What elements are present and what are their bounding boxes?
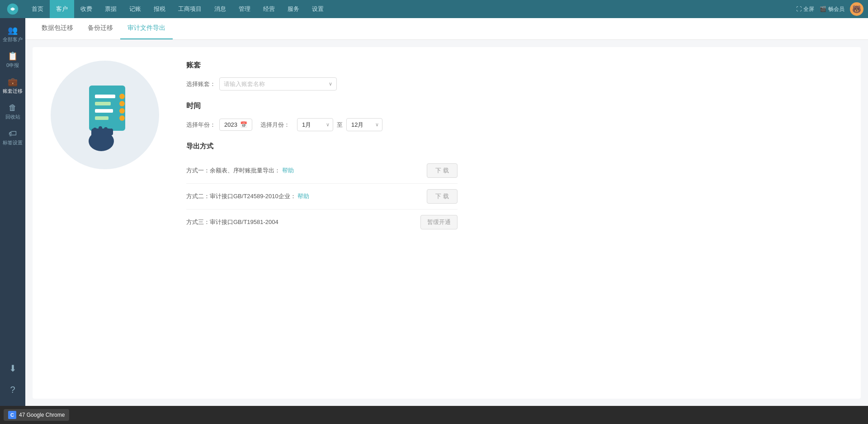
- nav-item-commerce[interactable]: 工商项目: [172, 0, 208, 18]
- sidebar: 👥 全部客户 📋 0申报 💼 账套迁移 🗑 回收站 🏷 标签设置 ⬇ ?: [0, 18, 25, 406]
- month-start-label: 选择月份：: [260, 121, 290, 129]
- tab-audit-export[interactable]: 审计文件导出: [120, 18, 173, 39]
- export-method-1-text: 方式一：余额表、序时账批量导出： 帮助: [186, 167, 294, 175]
- nav-items: 首页 客户 收费 票据 记账 报税 工商项目 消息 管理 经营 服务 设置: [25, 0, 796, 18]
- nav-item-operations[interactable]: 经营: [257, 0, 281, 18]
- download-button-1[interactable]: 下 载: [427, 163, 458, 178]
- svg-rect-15: [109, 129, 113, 135]
- account-select-wrapper: 请输入账套名称: [219, 77, 337, 91]
- svg-rect-14: [104, 127, 108, 135]
- svg-rect-5: [95, 116, 108, 120]
- sidebar-item-migration[interactable]: 💼 账套迁移: [0, 73, 25, 99]
- sidebar-item-tag-settings[interactable]: 🏷 标签设置: [0, 125, 25, 151]
- account-select-label: 选择账套：: [186, 80, 216, 88]
- migration-label: 账套迁移: [3, 88, 23, 95]
- main-layout: 👥 全部客户 📋 0申报 💼 账套迁移 🗑 回收站 🏷 标签设置 ⬇ ? 数据包…: [0, 18, 868, 406]
- svg-point-9: [119, 115, 125, 121]
- sidebar-bottom: ⬇ ?: [5, 359, 20, 406]
- nav-item-billing[interactable]: 收费: [74, 0, 99, 18]
- top-nav-right: ⛶ 全屏 🎬 畅会员 🐻: [796, 2, 863, 16]
- page-content: 账套 选择账套： 请输入账套名称 时间 选择年份：: [33, 47, 861, 399]
- sidebar-item-recycle[interactable]: 🗑 回收站: [0, 99, 25, 125]
- svg-rect-3: [95, 102, 111, 105]
- nav-item-messages[interactable]: 消息: [208, 0, 232, 18]
- time-section-title: 时间: [186, 101, 458, 111]
- nav-item-invoices[interactable]: 票据: [99, 0, 123, 18]
- vip-unlock-button[interactable]: 暂缓开通: [420, 215, 458, 229]
- chrome-label: 47 Google Chrome: [19, 412, 65, 418]
- app-logo: [5, 1, 21, 17]
- vip-label: 畅会员: [828, 5, 844, 13]
- svg-rect-2: [95, 95, 115, 98]
- nav-item-home[interactable]: 首页: [25, 0, 50, 18]
- export-method-3: 方式三：审计接口GB/T19581-2004 暂缓开通: [186, 210, 458, 235]
- taskbar: C 47 Google Chrome: [0, 406, 868, 424]
- account-section-title: 账套: [186, 61, 458, 70]
- all-clients-icon: 👥: [8, 26, 18, 34]
- export-method-2-help-link[interactable]: 帮助: [297, 193, 309, 200]
- year-input-wrap: 2023 📅: [219, 119, 252, 131]
- year-label: 选择年份：: [186, 121, 216, 129]
- svg-point-8: [119, 108, 125, 114]
- form-panel: 账套 选择账套： 请输入账套名称 时间 选择年份：: [186, 61, 458, 235]
- export-section: 导出方式 方式一：余额表、序时账批量导出： 帮助 下 载 方式二：审计接口GB/…: [186, 142, 458, 235]
- year-value: 2023: [224, 121, 237, 128]
- download-button-2[interactable]: 下 载: [427, 189, 458, 204]
- svg-rect-1: [89, 86, 125, 131]
- account-select[interactable]: [219, 77, 337, 91]
- filing-label: 0申报: [6, 62, 19, 69]
- svg-point-7: [119, 101, 125, 106]
- migration-icon: 💼: [8, 78, 18, 86]
- nav-item-tax[interactable]: 报税: [147, 0, 172, 18]
- export-section-title: 导出方式: [186, 142, 458, 151]
- account-row: 选择账套： 请输入账套名称: [186, 77, 458, 91]
- nav-item-services[interactable]: 服务: [281, 0, 306, 18]
- filing-icon: 📋: [8, 52, 18, 60]
- fullscreen-icon: ⛶: [796, 6, 802, 12]
- month-start-wrap: 1月 2月 3月 4月 5月 6月 7月 8月 9月 10月: [297, 118, 333, 131]
- time-inputs: 2023 📅 选择月份： 1月 2月 3月 4月 5月: [219, 118, 382, 131]
- avatar[interactable]: 🐻: [850, 2, 863, 16]
- vip-button[interactable]: 🎬 畅会员: [820, 5, 844, 13]
- download-bottom-icon[interactable]: ⬇: [5, 359, 20, 377]
- time-to-label: 至: [337, 121, 343, 129]
- help-bottom-icon[interactable]: ?: [6, 381, 19, 399]
- nav-item-settings[interactable]: 设置: [306, 0, 330, 18]
- sidebar-item-all-clients[interactable]: 👥 全部客户: [0, 22, 25, 48]
- vip-icon: 🎬: [820, 6, 826, 12]
- top-navigation: 首页 客户 收费 票据 记账 报税 工商项目 消息 管理 经营 服务 设置 ⛶ …: [0, 0, 868, 18]
- nav-item-clients[interactable]: 客户: [50, 0, 74, 18]
- export-method-2-text: 方式二：审计接口GB/T24589-2010企业： 帮助: [186, 192, 309, 200]
- svg-rect-4: [95, 109, 113, 113]
- export-method-2: 方式二：审计接口GB/T24589-2010企业： 帮助 下 载: [186, 184, 458, 210]
- form-wrapper: 账套 选择账套： 请输入账套名称 时间 选择年份：: [51, 61, 843, 235]
- month-end-wrap: 1月 2月 3月 4月 5月 6月 7月 8月 9月 10月: [346, 118, 382, 131]
- tabs-bar: 数据包迁移 备份迁移 审计文件导出: [25, 18, 868, 40]
- illustration: [51, 61, 159, 169]
- month-end-select[interactable]: 1月 2月 3月 4月 5月 6月 7月 8月 9月 10月: [346, 118, 382, 131]
- fullscreen-button[interactable]: ⛶ 全屏: [796, 5, 814, 13]
- illustration-svg: [69, 74, 141, 156]
- sidebar-item-filing[interactable]: 📋 0申报: [0, 48, 25, 73]
- export-method-1: 方式一：余额表、序时账批量导出： 帮助 下 载: [186, 158, 458, 184]
- tag-settings-icon: 🏷: [9, 129, 17, 138]
- fullscreen-label: 全屏: [803, 5, 814, 13]
- taskbar-chrome[interactable]: C 47 Google Chrome: [4, 409, 69, 421]
- recycle-label: 回收站: [5, 114, 20, 120]
- content-area: 数据包迁移 备份迁移 审计文件导出: [25, 18, 868, 406]
- month-start-select[interactable]: 1月 2月 3月 4月 5月 6月 7月 8月 9月 10月: [297, 118, 333, 131]
- calendar-icon: 📅: [240, 121, 247, 128]
- all-clients-label: 全部客户: [3, 36, 23, 43]
- chrome-icon: C: [8, 411, 16, 419]
- recycle-icon: 🗑: [9, 104, 17, 112]
- time-row: 选择年份： 2023 📅 选择月份： 1月 2月: [186, 118, 458, 131]
- nav-item-management[interactable]: 管理: [232, 0, 257, 18]
- svg-point-6: [119, 94, 125, 99]
- export-method-3-text: 方式三：审计接口GB/T19581-2004: [186, 218, 278, 226]
- tag-settings-label: 标签设置: [3, 139, 23, 146]
- export-method-1-help-link[interactable]: 帮助: [282, 167, 294, 174]
- tab-data-migration[interactable]: 数据包迁移: [34, 18, 80, 39]
- tab-backup-migration[interactable]: 备份迁移: [80, 18, 120, 39]
- svg-rect-13: [99, 126, 102, 135]
- nav-item-accounts[interactable]: 记账: [123, 0, 147, 18]
